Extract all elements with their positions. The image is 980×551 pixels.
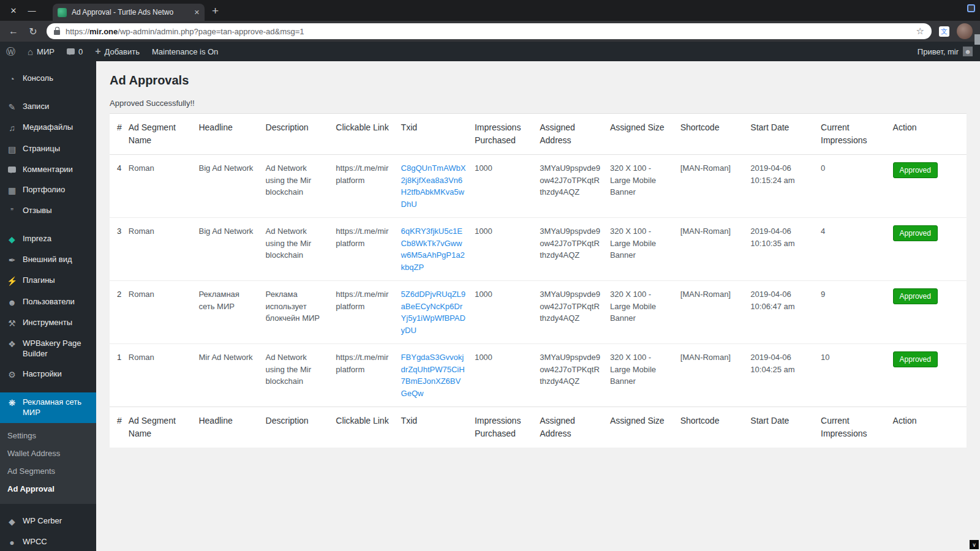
footer-header-row: # Ad Segment Name Headline Description C… — [110, 407, 967, 448]
col-link: Clickable Link — [336, 114, 401, 155]
site-menu[interactable]: ⌂ МИР — [21, 42, 61, 61]
approved-button[interactable]: Approved — [893, 162, 938, 178]
scroll-down-button[interactable]: ∨ — [970, 540, 979, 549]
wp-admin-bar: Ⓦ ⌂ МИР 0 + Добавить Maintenance is On П… — [0, 42, 980, 61]
sidebar-item-pages[interactable]: ▤Страницы — [0, 139, 96, 160]
cell-description: Реклама использует блокчейн МИР — [266, 281, 336, 344]
sidebar-item-impreza[interactable]: ◆Impreza — [0, 229, 96, 250]
tab-close-icon[interactable]: ✕ — [194, 9, 200, 17]
account-menu[interactable]: Привет, mir ☻ — [918, 47, 980, 56]
txid-link[interactable]: FBYgdaS3GvvokjdrZqUhtPW75CiH7BmEJonXZ6BV… — [401, 353, 465, 398]
dashboard-icon: ◔ — [7, 73, 17, 84]
tab-title: Ad Approval - Turtle Ads Netwo — [72, 8, 189, 17]
window-maximize-icon[interactable] — [967, 4, 975, 12]
approved-button[interactable]: Approved — [893, 225, 938, 241]
sidebar-item-plugins[interactable]: ⚡Плагины — [0, 271, 96, 291]
cell-impressions: 1000 — [475, 218, 540, 281]
sidebar-item-label: Медиафайлы — [23, 122, 73, 133]
scrollbar-thumb[interactable] — [974, 34, 980, 45]
sidebar-item-comments[interactable]: Комментарии — [0, 160, 96, 180]
submenu-item-ad-segments[interactable]: Ad Segments — [0, 462, 96, 480]
sidebar-item-label: Записи — [23, 102, 49, 112]
wpcc-icon: ● — [7, 537, 17, 548]
approved-button[interactable]: Approved — [893, 351, 938, 367]
col-current: Current Impressions — [821, 114, 893, 155]
add-new-label: Добавить — [104, 47, 139, 56]
col-action: Action — [893, 114, 967, 155]
col-number: # — [110, 407, 129, 448]
quote-icon: ” — [7, 206, 17, 217]
sidebar-item-wpbakery[interactable]: ❖WPBakery Page Builder — [0, 334, 96, 364]
cell-description: Ad Network using the Mir blockchain — [266, 344, 336, 407]
cell-headline: Big Ad Network — [198, 218, 265, 281]
new-tab-button[interactable]: + — [212, 5, 219, 17]
sidebar-item-settings[interactable]: ⚙Настройки — [0, 364, 96, 385]
tools-icon: ⚒ — [7, 318, 17, 329]
comments-menu[interactable]: 0 — [61, 42, 89, 61]
cell-current: 10 — [821, 344, 893, 407]
translate-icon[interactable]: 文 — [939, 26, 949, 37]
url-text: https://mir.one/wp-admin/admin.php?page=… — [66, 27, 911, 36]
menu-separator — [0, 89, 96, 97]
portfolio-icon: ▦ — [7, 185, 17, 196]
cell-current: 9 — [821, 281, 893, 344]
menu-separator — [0, 222, 96, 229]
sidebar-item-tools[interactable]: ⚒Инструменты — [0, 313, 96, 334]
url-host: mir.one — [89, 27, 118, 36]
address-bar: ← ↻ https://mir.one/wp-admin/admin.php?p… — [0, 21, 980, 42]
media-icon: ♫ — [7, 122, 17, 133]
ad-approvals-table: # Ad Segment Name Headline Description C… — [110, 113, 967, 448]
profile-avatar[interactable] — [957, 23, 973, 39]
sidebar-item-wp-cerber[interactable]: ◆WP Cerber — [0, 511, 96, 532]
back-icon[interactable]: ← — [7, 26, 20, 37]
submenu-item-ad-approval[interactable]: Ad Approval — [0, 480, 96, 498]
col-number: # — [110, 114, 129, 155]
sidebar-item-wpcc[interactable]: ●WPCC — [0, 532, 96, 551]
cell-action: Approved — [893, 218, 967, 281]
cell-size: 320 X 100 - Large Mobile Banner — [610, 218, 680, 281]
home-icon: ⌂ — [28, 47, 33, 57]
sidebar-item-portfolio[interactable]: ▦Портфолио — [0, 180, 96, 201]
window-close-icon[interactable]: ✕ — [9, 6, 18, 15]
cell-txid: 5Z6dDPjvRUqZL9aBeECyNcKp6DrYj5y1iWpWfBPA… — [401, 281, 475, 344]
col-description: Description — [266, 114, 336, 155]
browser-tab[interactable]: Ad Approval - Turtle Ads Netwo ✕ — [53, 4, 205, 21]
submenu-item-wallet-address[interactable]: Wallet Address — [0, 444, 96, 462]
submenu-item-settings[interactable]: Settings — [0, 427, 96, 444]
cell-start-date: 2019-04-06 10:06:47 am — [750, 281, 821, 344]
posts-icon: ✎ — [7, 102, 17, 113]
sidebar-item-media[interactable]: ♫Медиафайлы — [0, 118, 96, 138]
maintenance-status[interactable]: Maintenance is On — [146, 42, 224, 61]
appearance-icon: ✒ — [7, 255, 17, 266]
cell-size: 320 X 100 - Large Mobile Banner — [610, 344, 680, 407]
col-size: Assigned Size — [610, 407, 680, 448]
cell-address: 3MYaU9pspvde9ow42J7oTPKqtRthzdy4AQZ — [540, 281, 610, 344]
sidebar-item-posts[interactable]: ✎Записи — [0, 97, 96, 118]
sidebar-item-ad-network[interactable]: ❋Рекламная сеть МИР — [0, 392, 96, 423]
sidebar-item-label: Комментарии — [23, 165, 73, 175]
wpbakery-icon: ❖ — [7, 339, 17, 350]
reload-icon[interactable]: ↻ — [27, 26, 39, 37]
sidebar-item-testimonials[interactable]: ”Отзывы — [0, 201, 96, 222]
txid-link[interactable]: C8gQUnTmAWbX2j8KjfXea8a3Vn6H2tfbAbkMKva5… — [401, 163, 466, 209]
sidebar-item-dashboard[interactable]: ◔Консоль — [0, 69, 96, 89]
sidebar-item-label: WP Cerber — [23, 516, 62, 527]
txid-link[interactable]: 5Z6dDPjvRUqZL9aBeECyNcKp6DrYj5y1iWpWfBPA… — [401, 290, 466, 335]
add-new-menu[interactable]: + Добавить — [89, 42, 146, 61]
approved-button[interactable]: Approved — [893, 288, 938, 304]
col-action: Action — [893, 407, 967, 448]
sidebar-item-appearance[interactable]: ✒Внешний вид — [0, 250, 96, 271]
sidebar-item-users[interactable]: ☻Пользователи — [0, 292, 96, 313]
wp-logo-menu[interactable]: Ⓦ — [0, 42, 21, 61]
txid-link[interactable]: 6qKRY3fjkU5c1ECb8WkTk7vGwww6M5aAhPgP1a2k… — [401, 227, 465, 272]
bookmark-star-icon[interactable]: ☆ — [916, 26, 924, 37]
shield-icon: ◆ — [7, 516, 17, 527]
cell-txid: 6qKRY3fjkU5c1ECb8WkTk7vGwww6M5aAhPgP1a2k… — [401, 218, 475, 281]
window-minimize-icon[interactable]: — — [27, 6, 37, 15]
cell-current: 0 — [821, 155, 893, 218]
url-field[interactable]: https://mir.one/wp-admin/admin.php?page=… — [47, 23, 932, 39]
page-title: Ad Approvals — [110, 73, 967, 88]
cell-size: 320 X 100 - Large Mobile Banner — [610, 281, 680, 344]
wordpress-logo-icon: Ⓦ — [6, 46, 15, 58]
padlock-icon[interactable] — [54, 30, 60, 35]
